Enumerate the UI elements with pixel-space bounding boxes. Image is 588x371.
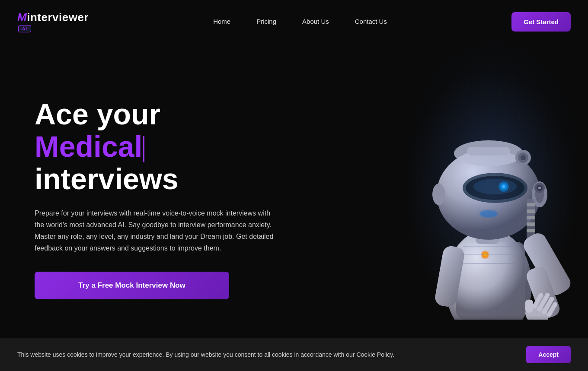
cookie-text: This website uses cookies to improve you… xyxy=(17,351,509,358)
cookie-banner: This website uses cookies to improve you… xyxy=(0,338,588,371)
cta-button[interactable]: Try a Free Mock Interview Now xyxy=(35,272,229,299)
hero-title: Ace your Medical interviews xyxy=(35,98,277,195)
logo-text-suffix: interviewer xyxy=(27,11,89,24)
logo-badge: AI xyxy=(18,25,31,32)
hero-description: Prepare for your interviews with real-ti… xyxy=(35,207,277,254)
robot-glow xyxy=(404,66,577,325)
hero-section: Ace your Medical interviews Prepare for … xyxy=(0,43,588,328)
nav-pricing[interactable]: Pricing xyxy=(256,18,276,25)
nav-about[interactable]: About Us xyxy=(302,18,329,25)
logo-m-letter: M xyxy=(17,11,27,24)
nav-home[interactable]: Home xyxy=(213,18,230,25)
hero-title-line1: Ace your xyxy=(35,98,160,130)
navbar: Minterviewer AI Home Pricing About Us Co… xyxy=(0,0,588,43)
hero-content: Ace your Medical interviews Prepare for … xyxy=(35,98,277,299)
cursor-blink xyxy=(143,136,144,162)
get-started-button[interactable]: Get Started xyxy=(511,12,571,32)
hero-robot-image xyxy=(372,43,588,328)
logo[interactable]: Minterviewer AI xyxy=(17,11,89,32)
hero-title-highlight: Medical xyxy=(35,130,144,163)
nav-contact[interactable]: Contact Us xyxy=(355,18,387,25)
hero-title-line3: interviews xyxy=(35,162,179,195)
nav-links: Home Pricing About Us Contact Us xyxy=(213,18,387,25)
accept-cookies-button[interactable]: Accept xyxy=(526,346,571,363)
